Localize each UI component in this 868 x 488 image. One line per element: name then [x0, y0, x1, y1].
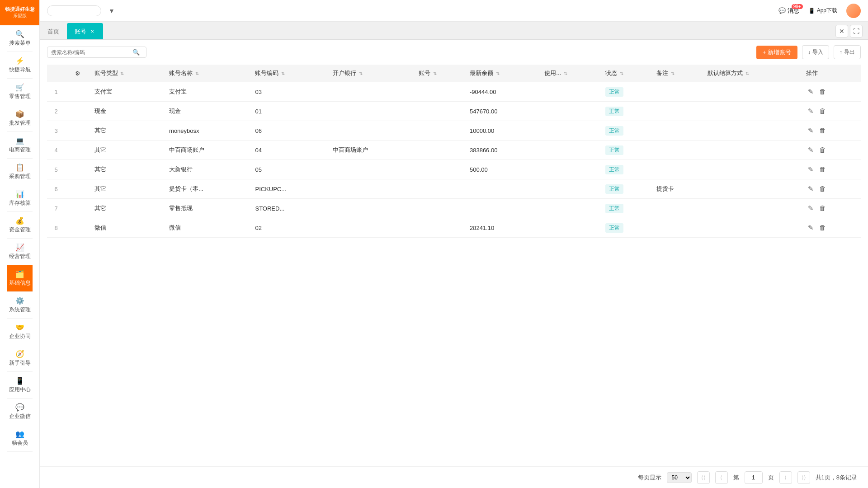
sidebar-item-shortcut[interactable]: ⚡快捷导航: [7, 52, 33, 79]
header-left: ▼: [47, 5, 115, 16]
cell-action-0: ✎ 🗑: [802, 82, 861, 102]
maximize-window-button[interactable]: ⛶: [850, 25, 863, 38]
delete-button-3[interactable]: 🗑: [817, 145, 828, 155]
edit-button-5[interactable]: ✎: [806, 184, 816, 194]
export-label: 导出: [844, 48, 855, 56]
import-button[interactable]: ↓ 导入: [802, 45, 829, 59]
agreement-icon: 🤝: [15, 323, 24, 332]
sidebar-item-app_center[interactable]: 📱应用中心: [7, 372, 33, 399]
system-icon: ⚙️: [15, 296, 24, 305]
last-page-button[interactable]: ⟩⟩: [797, 471, 810, 484]
cell-payment-1: [704, 102, 802, 121]
sidebar-item-agreement[interactable]: 🤝企业协同: [7, 319, 33, 345]
edit-button-0[interactable]: ✎: [806, 87, 816, 97]
cell-balance-3: 383866.00: [466, 141, 541, 160]
cell-action-2: ✎ 🗑: [802, 121, 861, 141]
sidebar-item-search[interactable]: 🔍搜索菜单: [7, 25, 33, 52]
export-button[interactable]: ↑ 导出: [834, 45, 861, 59]
cell-code-0: 03: [251, 82, 329, 102]
edit-button-1[interactable]: ✎: [806, 106, 816, 116]
delete-button-6[interactable]: 🗑: [817, 203, 828, 213]
tab-home[interactable]: 首页: [40, 23, 67, 39]
cell-payment-0: [704, 82, 802, 102]
wholesale-icon: 📦: [15, 110, 24, 118]
delete-button-0[interactable]: 🗑: [817, 87, 828, 96]
cell-code-2: 06: [251, 121, 329, 141]
col-account[interactable]: 账号 ⇅: [415, 65, 466, 82]
sidebar-label-agreement: 企业协同: [9, 333, 31, 340]
sidebar-item-guide[interactable]: 🧭新手引导: [7, 345, 33, 372]
import-label: 导入: [812, 48, 823, 56]
sidebar-item-operations[interactable]: 📈经营管理: [7, 239, 33, 265]
edit-button-3[interactable]: ✎: [806, 145, 816, 155]
next-page-button[interactable]: ⟩: [779, 471, 792, 484]
search-input[interactable]: [51, 49, 132, 56]
guide-icon: 🧭: [15, 350, 24, 358]
col-settings[interactable]: ⚙: [65, 65, 91, 82]
sidebar-item-wechat[interactable]: 💬企业微信: [7, 399, 33, 425]
table-row: 6 其它 提货卡（零... PICKUPC... 正常 提货卡 ✎ 🗑: [47, 179, 861, 199]
sidebar-item-finance[interactable]: 💰资金管理: [7, 212, 33, 239]
col-remark[interactable]: 备注 ⇅: [653, 65, 704, 82]
cell-bank-0: [329, 82, 415, 102]
sidebar-item-system[interactable]: ⚙️系统管理: [7, 292, 33, 319]
tab-label-home: 首页: [47, 28, 59, 36]
dropdown-button[interactable]: ▼: [108, 7, 115, 14]
col-usage[interactable]: 使用... ⇅: [541, 65, 602, 82]
per-page-select[interactable]: 50 100 200: [667, 472, 692, 483]
close-window-button[interactable]: ✕: [835, 25, 848, 38]
tab-account[interactable]: 账号✕: [67, 23, 103, 39]
col-code[interactable]: 账号编码 ⇅: [251, 65, 329, 82]
col-name[interactable]: 账号名称 ⇅: [165, 65, 251, 82]
col-type[interactable]: 账号类型 ⇅: [91, 65, 165, 82]
notification-area[interactable]: 💬 消息 99+: [778, 7, 799, 15]
first-page-button[interactable]: ⟨⟨: [697, 471, 710, 484]
add-account-button[interactable]: + 新增账号: [756, 46, 797, 59]
cell-action-1: ✎ 🗑: [802, 102, 861, 121]
sidebar-label-finance: 资金管理: [9, 226, 31, 234]
cell-usage-4: [541, 160, 602, 179]
notification-icon: 💬: [778, 7, 786, 14]
col-balance[interactable]: 最新余额 ⇅: [466, 65, 541, 82]
edit-button-6[interactable]: ✎: [806, 203, 816, 213]
cell-name-7: 微信: [165, 218, 251, 238]
cell-usage-0: [541, 82, 602, 102]
sidebar-label-app_center: 应用中心: [9, 386, 31, 394]
sidebar-item-purchase[interactable]: 📋采购管理: [7, 159, 33, 185]
delete-button-1[interactable]: 🗑: [817, 106, 828, 116]
cell-remark-5: 提货卡: [653, 179, 704, 199]
prev-page-button[interactable]: ⟨: [715, 471, 728, 484]
col-payment[interactable]: 默认结算方式 ⇅: [704, 65, 802, 82]
cell-account-5: [415, 179, 466, 199]
page-input[interactable]: [745, 471, 763, 484]
sidebar-item-ecommerce[interactable]: 💻电商管理: [7, 132, 33, 159]
cell-payment-7: [704, 218, 802, 238]
delete-button-5[interactable]: 🗑: [817, 184, 828, 193]
sidebar-item-member[interactable]: 👥畅会员: [7, 425, 33, 452]
delete-button-7[interactable]: 🗑: [817, 223, 828, 232]
delete-button-4[interactable]: 🗑: [817, 164, 828, 174]
edit-button-4[interactable]: ✎: [806, 164, 816, 174]
cell-account-0: [415, 82, 466, 102]
sidebar-item-retail[interactable]: 🛒零售管理: [7, 79, 33, 105]
cell-code-1: 01: [251, 102, 329, 121]
tab-close-account[interactable]: ✕: [89, 28, 95, 35]
col-bank[interactable]: 开户银行 ⇅: [329, 65, 415, 82]
sidebar-item-inventory[interactable]: 📊库存核算: [7, 185, 33, 212]
sidebar-item-wholesale[interactable]: 📦批发管理: [7, 105, 33, 132]
download-button[interactable]: 📱 App下载: [808, 7, 837, 14]
edit-button-7[interactable]: ✎: [806, 223, 816, 233]
cell-name-6: 零售抵现: [165, 199, 251, 218]
cell-payment-6: [704, 199, 802, 218]
cell-settings-5: [65, 179, 91, 199]
edit-button-2[interactable]: ✎: [806, 126, 816, 136]
download-label: App下载: [817, 7, 837, 14]
top-search-input[interactable]: [47, 5, 101, 16]
delete-button-2[interactable]: 🗑: [817, 126, 828, 135]
cell-settings-2: [65, 121, 91, 141]
search-icon[interactable]: 🔍: [132, 49, 140, 56]
col-status[interactable]: 状态 ⇅: [602, 65, 653, 82]
download-icon: 📱: [808, 8, 815, 14]
user-avatar[interactable]: [846, 4, 861, 18]
sidebar-item-basic[interactable]: 🗂️基础信息: [7, 265, 33, 292]
